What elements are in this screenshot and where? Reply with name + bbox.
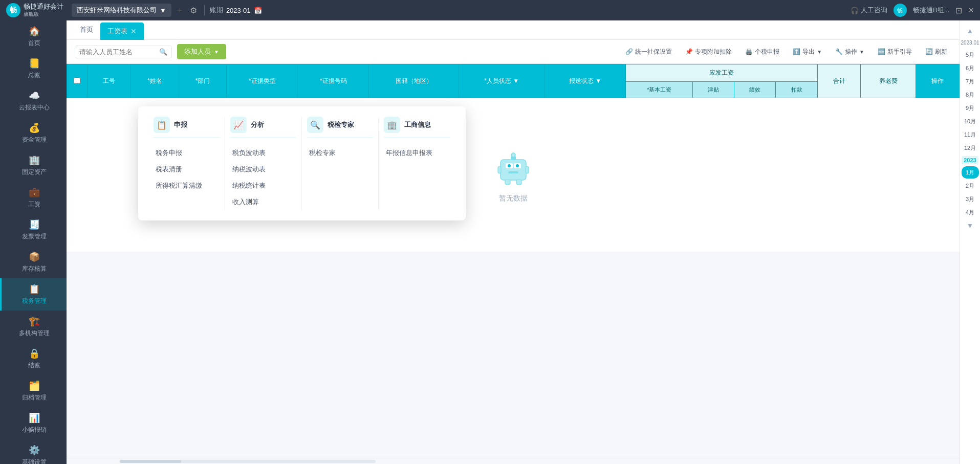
year-2023-label: 2023 [962,156,978,164]
horizontal-scrollbar-thumb[interactable] [120,460,181,463]
app-name: 畅捷通好会计 [24,3,63,11]
dropdown-item-income-tax[interactable]: 所得税汇算清缴 [154,178,220,194]
newguide-btn[interactable]: 🆕 新手引导 [874,46,916,58]
assets-icon: 🏢 [29,154,40,166]
window-close[interactable]: × [968,5,974,16]
app-logo: 畅 畅捷通好会计 旗舰版 [6,3,63,18]
sidebar-item-invoice[interactable]: 🧾 发票管理 [0,214,67,246]
panel-nav-down[interactable]: ▼ [965,219,976,232]
salary-icon: 💼 [29,187,40,198]
month-12[interactable]: 12月 [962,142,979,154]
user-avatar[interactable]: 畅 [894,4,907,17]
svg-point-7 [511,153,515,157]
month-6[interactable]: 6月 [962,62,979,74]
sidebar-item-assets[interactable]: 🏢 固定资产 [0,149,67,182]
tab-home[interactable]: 首页 [73,20,100,40]
multi-org-icon: 🏗️ [29,316,40,327]
top-bar-right: 🎧 人工咨询 畅 畅捷通B组... ⊡ × [851,4,974,17]
support-button[interactable]: 🎧 人工咨询 [851,6,887,15]
dropdown-item-tax-expert[interactable]: 税检专家 [307,145,373,161]
sidebar-item-home[interactable]: 🏠 首页 [0,20,67,53]
section-header-business: 🏢 工商信息 [384,117,450,138]
sidebar-item-settings[interactable]: ⚙️ 基础设置 [0,439,67,464]
month-11[interactable]: 11月 [962,128,979,141]
sidebar-item-report[interactable]: 📊 小畅报销 [0,407,67,439]
dropdown-item-tax-stats[interactable]: 纳税统计表 [230,178,296,194]
tax-declare-btn[interactable]: 🖨️ 个税申报 [741,46,783,58]
th-id-no: *证据号码 [298,64,369,98]
headset-icon: 🎧 [851,7,859,14]
sidebar-item-inventory[interactable]: 📦 库存核算 [0,246,67,278]
month-7[interactable]: 7月 [962,75,979,87]
sidebar-item-salary[interactable]: 💼 工资 [0,182,67,214]
month-10[interactable]: 10月 [962,115,979,127]
th-allowance: 津贴 [693,82,734,98]
sidebar-item-cloud[interactable]: ☁️ 云报表中心 [0,85,67,117]
export-btn[interactable]: ⬆️ 导出 ▼ [789,46,826,58]
sidebar-item-label-invoice: 发票管理 [22,232,47,241]
dropdown-item-annual-report[interactable]: 年报信息申报表 [384,145,450,161]
sidebar-item-funds[interactable]: 💰 资金管理 [0,117,67,149]
th-performance: 绩效 [734,82,776,98]
month-8[interactable]: 8月 [962,89,979,101]
add-company-icon[interactable]: ＋ [176,5,184,16]
th-report-status: 报送状态 ▼ [545,64,626,98]
dropdown-item-tax-burden[interactable]: 税负波动表 [230,145,296,161]
social-insurance-btn[interactable]: 🔗 统一社保设置 [621,46,676,58]
search-input[interactable] [79,48,156,56]
refresh-btn[interactable]: 🔄 刷新 [921,46,951,58]
dropdown-item-income-calc[interactable]: 收入测算 [230,194,296,210]
cloud-icon: ☁️ [29,90,40,101]
month-5[interactable]: 5月 [962,49,979,61]
dropdown-item-tax-declare[interactable]: 税务申报 [154,145,220,161]
section-title-business: 工商信息 [404,120,431,129]
period-header: 2023.01 [960,38,980,48]
sidebar-item-tax[interactable]: 📋 税务管理 [0,278,67,311]
th-pension: 养老费 [861,64,916,98]
month-9[interactable]: 9月 [962,102,979,114]
month-2[interactable]: 2月 [962,180,979,192]
filter-icon-2[interactable]: ▼ [595,77,601,84]
svg-rect-8 [498,166,501,173]
page-content: 🔍 添加人员 ▼ 🔗 统一社保设置 📌 专项附加扣除 [67,40,960,464]
th-deduct: 扣款 [776,82,817,98]
month-4[interactable]: 4月 [962,206,979,218]
export-arrow-icon: ▼ [817,49,822,55]
sidebar-item-multi-org[interactable]: 🏗️ 多机构管理 [0,311,67,343]
tab-salary[interactable]: 工资表 ✕ [100,23,144,40]
tax-expert-section-icon: 🔍 [307,117,323,133]
horizontal-scrollbar-track[interactable] [120,460,376,463]
settings-icon[interactable]: ⚙ [190,6,197,15]
funds-icon: 💰 [29,122,40,134]
add-person-button[interactable]: 添加人员 ▼ [177,44,226,59]
th-job-no: 工号 [88,64,131,98]
filter-icon[interactable]: ▼ [513,77,519,84]
sidebar-item-close[interactable]: 🔒 结账 [0,343,67,375]
special-deduction-icon: 📌 [685,48,693,55]
th-base-salary: *基本工资 [626,82,693,98]
add-btn-label: 添加人员 [184,47,211,56]
calendar-icon[interactable]: 📅 [254,7,262,14]
sidebar-item-label-settings: 基础设置 [22,458,47,464]
select-all-checkbox[interactable] [74,77,80,84]
dropdown-item-tax-clearance[interactable]: 税表清册 [154,161,220,178]
user-name: 畅捷通B组... [913,6,950,15]
tab-close-icon[interactable]: ✕ [130,27,137,35]
sidebar-item-label-assets: 固定资产 [22,168,47,176]
th-name: *姓名 [130,64,179,98]
month-1-active[interactable]: 1月 [962,166,979,179]
svg-point-3 [508,164,511,167]
toolbar: 🔍 添加人员 ▼ 🔗 统一社保设置 📌 专项附加扣除 [67,40,960,64]
sidebar-item-archive[interactable]: 🗂️ 归档管理 [0,375,67,407]
month-3[interactable]: 3月 [962,193,979,205]
company-selector[interactable]: 西安虾米网络科技有限公司 ▼ [72,4,171,17]
special-deduction-btn[interactable]: 📌 专项附加扣除 [681,46,736,58]
operate-btn[interactable]: 🔧 操作 ▼ [831,46,868,58]
section-header-declare: 📋 申报 [154,117,220,138]
panel-nav-up[interactable]: ▲ [965,25,976,37]
dropdown-item-tax-wave[interactable]: 纳税波动表 [230,161,296,178]
social-insurance-icon: 🔗 [625,48,633,55]
window-restore[interactable]: ⊡ [955,6,962,15]
sidebar-item-label-ledger: 总账 [28,71,40,80]
sidebar-item-ledger[interactable]: 📒 总账 [0,53,67,85]
